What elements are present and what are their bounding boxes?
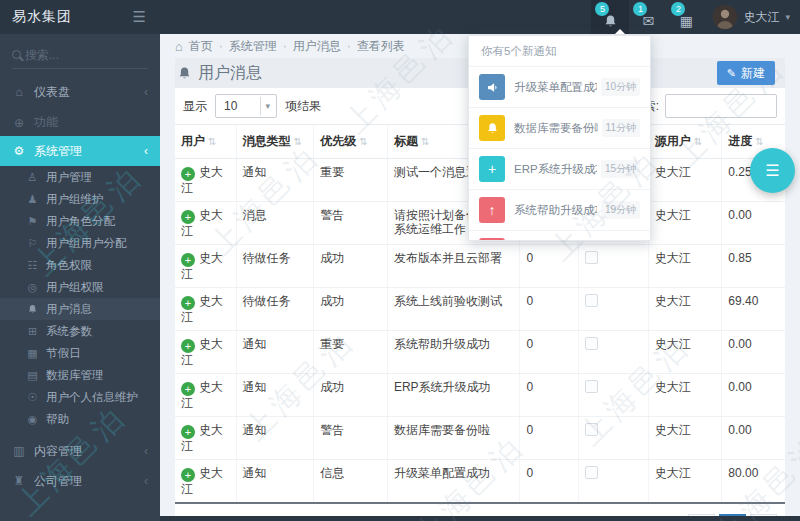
expand-icon[interactable]: +: [181, 253, 195, 267]
caret-down-icon: ▾: [785, 12, 790, 22]
breadcrumb-home[interactable]: 首页: [189, 38, 213, 55]
top-header: 易水集团 ☰ 5 1 ✉ 2 ▦ 史大江 ▾: [0, 0, 800, 34]
table-row: +史大江 待做任务 成功 发布版本并且云部署 0 史大江 0.85: [175, 245, 785, 288]
floating-menu-button[interactable]: ☰: [750, 148, 795, 193]
search-area: 搜索:: [632, 94, 777, 118]
select-cell: [579, 331, 648, 374]
notification-item[interactable]: + ERP系统升级成功 15分钟: [469, 148, 650, 189]
sidebar-item-content-management[interactable]: ▥ 内容管理 ‹: [0, 436, 160, 466]
type-cell: 通知: [236, 417, 314, 460]
notification-item[interactable]: ↑ 测试一个消息通知 19分钟: [469, 230, 650, 241]
envelope-icon: ✉: [643, 13, 655, 29]
sidebar-item-user-management[interactable]: ♙ 用户管理: [0, 166, 160, 188]
table-search-input[interactable]: [665, 94, 777, 118]
notification-item[interactable]: 升级菜单配置成功 10分钟: [469, 66, 650, 107]
select-cell: [579, 374, 648, 417]
sidebar-toggle-icon[interactable]: ☰: [133, 8, 146, 26]
source-cell: 史大江: [648, 288, 722, 331]
chevron-icon: ‹: [144, 144, 148, 158]
title-cell: 系统帮助升级成功: [387, 331, 520, 374]
user-cell: +史大江: [175, 159, 236, 202]
sidebar-item-system-management[interactable]: ⚙ 系统管理 ‹: [0, 136, 160, 166]
sidebar-item-company-management[interactable]: ♜ 公司管理 ‹: [0, 466, 160, 496]
select-cell: [579, 288, 648, 331]
type-cell: 待做任务: [236, 245, 314, 288]
row-checkbox[interactable]: [585, 423, 598, 436]
help-icon: ◉: [26, 413, 39, 426]
sidebar-item-holidays[interactable]: ▦ 节假日: [0, 342, 160, 364]
progress-cell: 0.00: [722, 374, 785, 417]
bottom-bar: [160, 516, 800, 521]
row-checkbox[interactable]: [585, 294, 598, 307]
priority-cell: 重要: [314, 331, 388, 374]
col-message-type[interactable]: 消息类型⇅: [236, 125, 314, 159]
source-cell: 史大江: [648, 245, 722, 288]
sidebar-item-role-permissions[interactable]: ☷ 角色权限: [0, 254, 160, 276]
users-icon: ♟: [26, 193, 39, 206]
page-size-select[interactable]: 10 ▾: [215, 94, 277, 118]
calendar-icon: ▦: [680, 13, 693, 29]
sidebar-item-help[interactable]: ◉ 帮助: [0, 408, 160, 430]
avatar: [713, 5, 737, 29]
source-cell: 史大江: [648, 202, 722, 245]
title-cell: 数据库需要备份啦: [387, 417, 520, 460]
hamburger-icon: ☰: [765, 161, 779, 180]
col-user[interactable]: 用户⇅: [175, 125, 236, 159]
priority-cell: 成功: [314, 245, 388, 288]
expand-icon[interactable]: +: [181, 382, 195, 396]
row-checkbox[interactable]: [585, 337, 598, 350]
sidebar-item-personal-info[interactable]: ☉ 用户个人信息维护: [0, 386, 160, 408]
title-cell: ERP系统升级成功: [387, 374, 520, 417]
grid-icon: ⊞: [26, 325, 39, 338]
source-cell: 史大江: [648, 417, 722, 460]
type-cell: 通知: [236, 331, 314, 374]
expand-icon[interactable]: +: [181, 296, 195, 310]
expand-icon[interactable]: +: [181, 210, 195, 224]
expand-icon[interactable]: +: [181, 339, 195, 353]
company-icon: ♜: [12, 474, 26, 488]
col-source-user[interactable]: 源用户⇅: [648, 125, 722, 159]
priority-cell: 警告: [314, 417, 388, 460]
table-row: +史大江 通知 重要 系统帮助升级成功 0 史大江 0.00: [175, 331, 785, 374]
user-menu[interactable]: 史大江 ▾: [713, 5, 790, 29]
new-button[interactable]: ✎ 新建: [717, 61, 775, 85]
sidebar-item-user-group-maintenance[interactable]: ♟ 用户组维护: [0, 188, 160, 210]
sidebar-item-user-role-assignment[interactable]: ⚑ 用户角色分配: [0, 210, 160, 232]
row-checkbox[interactable]: [585, 466, 598, 479]
sidebar: ⌂ 仪表盘 ‹ ⊕ 功能 ⚙ 系统管理 ‹ ♙ 用户管理 ♟ 用户组维护 ⚑ 用…: [0, 34, 160, 521]
type-cell: 通知: [236, 460, 314, 504]
expand-icon[interactable]: +: [181, 468, 195, 482]
sort-icon: ⇅: [421, 136, 429, 147]
col-priority[interactable]: 优先级⇅: [314, 125, 388, 159]
notification-time: 11分钟: [602, 119, 640, 137]
expand-icon[interactable]: +: [181, 167, 195, 181]
sidebar-item-group-permissions[interactable]: ◎ 用户组权限: [0, 276, 160, 298]
title-cell: 系统上线前验收测试: [387, 288, 520, 331]
chevron-icon: ‹: [144, 85, 148, 99]
sidebar-item-system-parameters[interactable]: ⊞ 系统参数: [0, 320, 160, 342]
sidebar-search-input[interactable]: [25, 48, 148, 62]
sidebar-item-user-messages[interactable]: 用户消息: [0, 298, 160, 320]
calendar-button[interactable]: 2 ▦: [667, 0, 705, 34]
breadcrumb-user-messages[interactable]: 用户消息: [293, 38, 341, 55]
sidebar-item-database-management[interactable]: ▤ 数据库管理: [0, 364, 160, 386]
user-cell: +史大江: [175, 417, 236, 460]
sort-icon: ⇅: [294, 136, 302, 147]
breadcrumb-view-list[interactable]: 查看列表: [357, 38, 405, 55]
flag-icon: ⚑: [26, 215, 39, 228]
notification-item[interactable]: 数据库需要备份啦 11分钟: [469, 107, 650, 148]
user-cell: +史大江: [175, 288, 236, 331]
sort-icon: ⇅: [694, 136, 702, 147]
notifications-header: 你有5个新通知: [469, 36, 650, 66]
show-label: 显示: [183, 98, 207, 115]
messages-button[interactable]: 1 ✉: [629, 0, 667, 34]
caret-down-icon: ▾: [260, 97, 274, 115]
notification-item[interactable]: ↑ 系统帮助升级成功 19分钟: [469, 189, 650, 230]
expand-icon[interactable]: +: [181, 425, 195, 439]
row-checkbox[interactable]: [585, 380, 598, 393]
row-checkbox[interactable]: [585, 251, 598, 264]
breadcrumb-system[interactable]: 系统管理: [229, 38, 277, 55]
sidebar-item-group-user-assignment[interactable]: ⚐ 用户组用户分配: [0, 232, 160, 254]
sidebar-item-dashboard[interactable]: ⌂ 仪表盘 ‹: [0, 77, 160, 107]
select-cell: [579, 460, 648, 504]
